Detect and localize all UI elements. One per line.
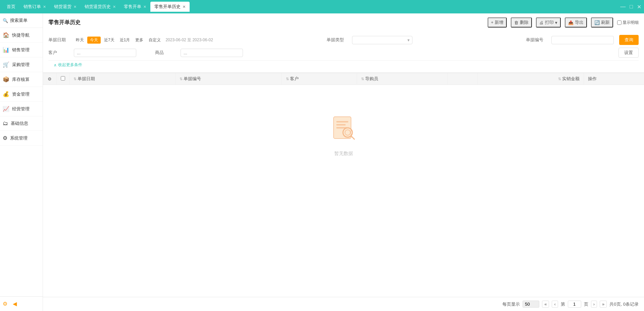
prev-page-button[interactable]: ‹ [552,301,558,308]
tab-retail-open-history-close[interactable]: ✕ [183,5,186,9]
minimize-button[interactable]: — [620,4,626,10]
sidebar-item-operations[interactable]: 📈 经营管理 [0,102,43,116]
collapse-label: 收起更多条件 [58,62,82,68]
col-gear[interactable]: ⚙ [43,73,56,85]
print-label: 打印 [545,19,554,25]
date-btn-1month[interactable]: 近1月 [118,37,132,44]
product-label: 商品 [155,50,175,56]
next-page-button[interactable]: › [591,301,597,308]
print-button[interactable]: 🖨 打印 ▾ [536,17,561,28]
delete-icon: 🗑 [514,20,518,25]
svg-rect-2 [336,124,346,125]
customer-input[interactable] [74,49,136,57]
export-icon: 📤 [568,20,574,25]
base-info-icon: 🗂 [3,120,8,126]
page-title: 零售开单历史 [48,19,81,26]
data-table: ⚙ 单据日期 单据编号 客户 导购员 实销金额 操作 [43,73,644,184]
sidebar-item-purchase-mgmt[interactable]: 🛒 采购管理 [0,57,43,72]
tab-retail-open-label: 零售开单 [124,4,141,10]
maximize-button[interactable]: □ [630,4,633,10]
sidebar-settings-btn[interactable]: ⚙ [3,301,7,307]
sidebar-item-finance[interactable]: 💰 资金管理 [0,87,43,102]
sys-mgmt-icon: ⚙ [3,135,7,141]
tab-sales-return-history-close[interactable]: ✕ [113,5,116,9]
tab-sales-order-close[interactable]: ✕ [43,5,46,9]
tab-sales-return-close[interactable]: ✕ [73,5,77,9]
tab-home[interactable]: 首页 [3,2,19,12]
doc-type-label: 单据类型 [327,37,347,43]
print-dropdown-icon: ▾ [555,20,557,25]
col-amount[interactable]: 实销金额 [478,73,584,85]
display-cols-button[interactable]: 显示明细 [617,20,639,25]
sidebar-item-sales-label: 销售管理 [12,47,30,53]
col-spacer [448,73,478,85]
tab-bar: 首页 销售订单 ✕ 销货退货 ✕ 销货退货历史 ✕ 零售开单 ✕ 零售开单历史 … [0,0,644,13]
date-btn-more[interactable]: 更多 [133,37,145,44]
query-button[interactable]: 查询 [619,35,639,45]
col-customer[interactable]: 客户 [282,73,357,85]
close-button[interactable]: ✕ [637,4,641,10]
delete-label: 删除 [520,19,529,25]
doc-type-select[interactable] [352,36,412,44]
product-input[interactable] [181,49,243,57]
page-label: 第 [561,301,565,307]
date-btn-7days[interactable]: 近7天 [102,37,116,44]
sidebar-item-finance-label: 资金管理 [12,91,30,97]
window-controls: — □ ✕ [620,4,641,10]
sidebar-item-sys-mgmt[interactable]: ⚙ 系统管理 [0,131,43,146]
col-date[interactable]: 单据日期 [69,73,176,85]
purchase-icon: 🛒 [3,61,9,68]
finance-icon: 💰 [3,91,9,97]
sidebar-item-base-info[interactable]: 🗂 基础信息 [0,116,43,131]
print-icon: 🖨 [539,20,544,25]
display-cols-checkbox[interactable] [617,20,622,25]
export-label: 导出 [575,19,584,25]
date-filter-label: 单据日期 [48,37,68,43]
collapse-up-icon: ∧ [54,63,57,67]
first-page-button[interactable]: « [542,301,549,308]
last-page-button[interactable]: » [600,301,607,308]
per-page-select[interactable]: 50 20 100 [523,301,539,308]
sidebar-item-sys-mgmt-label: 系统管理 [10,135,28,141]
tab-sales-return-label: 销货退货 [54,4,71,10]
table-header-row: ⚙ 单据日期 单据编号 客户 导购员 实销金额 操作 [43,73,644,85]
collapse-more-btn[interactable]: ∧ 收起更多条件 [48,60,639,69]
add-button[interactable]: + 新增 [488,17,507,28]
refresh-button[interactable]: 🔄 刷新 [591,17,613,28]
settings-button[interactable]: 设置 [618,48,639,58]
tab-retail-open-history[interactable]: 零售开单历史 ✕ [150,2,190,12]
tab-sales-return-history[interactable]: 销货退货历史 ✕ [81,2,120,12]
tab-retail-open-close[interactable]: ✕ [143,5,146,9]
page-number-input[interactable] [568,301,581,308]
tab-retail-open[interactable]: 零售开单 ✕ [120,2,150,12]
page-suffix: 页 [584,301,588,307]
filter-area: 单据日期 昨天 今天 近7天 近1月 更多 自定义 2023-06-02 至 2… [48,32,639,72]
date-btn-yesterday[interactable]: 昨天 [74,37,86,44]
delete-button[interactable]: 🗑 删除 [511,17,532,28]
select-all-checkbox[interactable] [61,76,65,81]
sidebar-item-base-info-label: 基础信息 [11,120,28,126]
tab-sales-order[interactable]: 销售订单 ✕ [19,2,50,12]
doc-no-input[interactable] [551,36,614,44]
table-container: ⚙ 单据日期 单据编号 客户 导购员 实销金额 操作 [43,73,644,297]
sidebar: 🔍 搜索菜单 🏠 快捷导航 📊 销售管理 🛒 采购管理 📦 库存核算 💰 资金管… [0,13,43,311]
sidebar-item-quick-nav-label: 快捷导航 [12,32,30,38]
toolbar: + 新增 🗑 删除 🖨 打印 ▾ 📤 导出 🔄 [488,17,639,28]
sidebar-item-sales-mgmt[interactable]: 📊 销售管理 [0,43,43,57]
export-button[interactable]: 📤 导出 [565,17,587,28]
sidebar-item-inventory[interactable]: 📦 库存核算 [0,72,43,87]
sidebar-item-quick-nav[interactable]: 🏠 快捷导航 [0,28,43,43]
date-btn-today[interactable]: 今天 [87,37,101,44]
sidebar-search-label: 搜索菜单 [10,17,28,23]
tab-sales-return[interactable]: 销货退货 ✕ [50,2,81,12]
col-guide[interactable]: 导购员 [357,73,447,85]
empty-state: 暂无数据 [43,85,644,184]
date-btn-custom[interactable]: 自定义 [147,37,163,44]
sidebar-search[interactable]: 🔍 搜索菜单 [0,13,43,28]
customer-label: 客户 [48,50,68,56]
tab-sales-order-label: 销售订单 [23,4,41,10]
sidebar-collapse-btn[interactable]: ◀ [13,301,17,307]
svg-rect-1 [336,121,348,122]
refresh-icon: 🔄 [594,20,600,25]
col-doc-no[interactable]: 单据编号 [176,73,282,85]
